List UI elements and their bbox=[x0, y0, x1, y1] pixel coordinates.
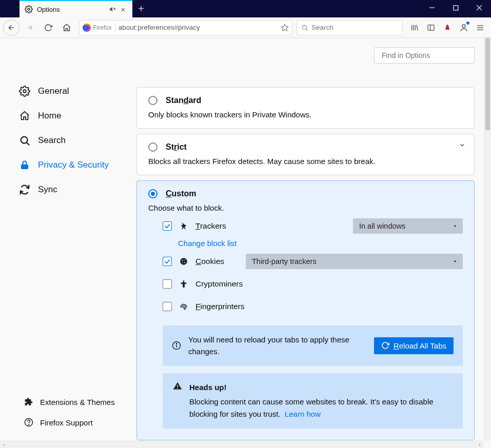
heads-up-warning: Heads up! Blocking content can cause som… bbox=[163, 373, 463, 429]
svg-marker-34 bbox=[454, 261, 457, 262]
identity-label: Firefox bbox=[93, 24, 112, 31]
firefox-icon bbox=[83, 24, 91, 32]
search-input[interactable] bbox=[311, 24, 398, 31]
gear-icon bbox=[18, 85, 31, 97]
find-in-options[interactable] bbox=[374, 47, 475, 64]
notification-icon[interactable] bbox=[440, 19, 455, 36]
sidebar-item-label: Privacy & Security bbox=[38, 160, 109, 170]
checkbox-fingerprinters[interactable] bbox=[163, 302, 172, 311]
svg-rect-36 bbox=[181, 282, 187, 284]
scroll-left-icon[interactable]: ‹ bbox=[1, 442, 7, 447]
sidebar-item-label: General bbox=[38, 86, 69, 96]
new-tab-button[interactable]: + bbox=[132, 0, 150, 17]
svg-point-22 bbox=[23, 90, 26, 93]
minimize-button[interactable] bbox=[420, 0, 444, 15]
svg-line-9 bbox=[306, 29, 308, 30]
radio-custom[interactable] bbox=[148, 189, 158, 198]
option-cookies: Cookies Third-party trackers bbox=[163, 257, 463, 266]
svg-point-29 bbox=[180, 258, 187, 265]
preferences-sidebar: General Home Search Privacy & Security S… bbox=[18, 79, 126, 202]
reload-text: You will need to reload your tabs to app… bbox=[188, 334, 367, 358]
custom-title: Custom bbox=[166, 189, 197, 198]
svg-line-24 bbox=[27, 142, 29, 145]
radio-strict[interactable] bbox=[148, 142, 158, 152]
cookies-select[interactable]: Third-party trackers bbox=[246, 254, 463, 269]
sidebar-item-general[interactable]: General bbox=[18, 79, 126, 104]
library-button[interactable] bbox=[407, 19, 422, 36]
horizontal-scrollbar[interactable]: ‹› bbox=[0, 441, 484, 448]
search-bar[interactable] bbox=[297, 20, 403, 35]
search-icon bbox=[18, 134, 31, 147]
sidebar-item-search[interactable]: Search bbox=[18, 128, 126, 153]
svg-point-16 bbox=[462, 25, 465, 28]
svg-point-27 bbox=[28, 424, 29, 425]
svg-point-30 bbox=[182, 260, 183, 261]
tab-options[interactable]: Options × bbox=[19, 0, 132, 17]
app-menu-button[interactable] bbox=[473, 19, 488, 36]
checkbox-cookies[interactable] bbox=[163, 257, 172, 266]
warning-icon bbox=[173, 381, 182, 420]
sidebar-button[interactable] bbox=[423, 19, 439, 36]
url-bar[interactable]: Firefox about:preferences#privacy bbox=[79, 20, 292, 35]
sidebar-item-sync[interactable]: Sync bbox=[18, 177, 126, 202]
custom-desc: Choose what to block. bbox=[148, 203, 463, 212]
content-area: General Home Search Privacy & Security S… bbox=[0, 38, 491, 448]
cryptominers-label: Cryptominers bbox=[195, 279, 243, 289]
sidebar-item-label: Search bbox=[38, 135, 66, 146]
info-icon bbox=[172, 341, 181, 350]
nav-toolbar: Firefox about:preferences#privacy bbox=[0, 17, 491, 38]
window-close-button[interactable] bbox=[467, 0, 491, 15]
scrollbar-thumb[interactable] bbox=[485, 38, 490, 130]
cryptominer-icon bbox=[179, 279, 188, 289]
learn-how-link[interactable]: Learn how bbox=[285, 410, 321, 418]
vertical-scrollbar[interactable] bbox=[484, 38, 491, 441]
close-icon[interactable]: × bbox=[119, 6, 127, 13]
lock-icon bbox=[18, 159, 31, 171]
trackers-select[interactable]: In all windows bbox=[353, 218, 463, 234]
svg-point-33 bbox=[182, 262, 183, 263]
change-block-list-link[interactable]: Change block list bbox=[178, 239, 237, 248]
trackers-label: Trackers bbox=[195, 221, 226, 231]
tab-title: Options bbox=[37, 6, 109, 13]
protection-strict-card[interactable]: Strict Blocks all trackers Firefox detec… bbox=[136, 134, 475, 175]
reload-all-tabs-button[interactable]: Reload All Tabs bbox=[374, 337, 454, 354]
radio-standard[interactable] bbox=[148, 96, 158, 105]
cookies-label: Cookies bbox=[195, 257, 224, 266]
strict-title: Strict bbox=[166, 142, 187, 152]
sidebar-item-privacy[interactable]: Privacy & Security bbox=[18, 153, 126, 177]
sidebar-item-extensions[interactable]: Extensions & Themes bbox=[24, 392, 115, 412]
protection-standard-card[interactable]: Standard Only blocks known trackers in P… bbox=[136, 87, 475, 129]
back-button[interactable] bbox=[3, 19, 19, 36]
svg-point-32 bbox=[184, 262, 185, 263]
main-panel: Standard Only blocks known trackers in P… bbox=[136, 87, 475, 439]
heads-up-title: Heads up! bbox=[189, 381, 453, 394]
mute-icon[interactable] bbox=[109, 6, 117, 13]
chevron-down-icon[interactable] bbox=[459, 141, 466, 149]
caret-down-icon bbox=[453, 259, 458, 264]
checkbox-cryptominers[interactable] bbox=[163, 279, 172, 289]
home-button[interactable] bbox=[58, 19, 75, 36]
reload-button[interactable] bbox=[40, 19, 56, 36]
svg-rect-42 bbox=[177, 388, 178, 389]
strict-desc: Blocks all trackers Firefox detects. May… bbox=[148, 157, 454, 166]
find-input[interactable] bbox=[382, 51, 472, 59]
account-button[interactable] bbox=[456, 19, 472, 36]
identity-box[interactable]: Firefox bbox=[83, 24, 112, 32]
url-text: about:preferences#privacy bbox=[119, 24, 278, 31]
option-fingerprinters: Fingerprinters bbox=[163, 302, 463, 311]
sidebar-item-label: Home bbox=[38, 111, 61, 121]
svg-rect-41 bbox=[177, 384, 178, 387]
sidebar-item-support[interactable]: Firefox Support bbox=[24, 412, 115, 433]
trackers-icon bbox=[179, 221, 188, 231]
caret-down-icon bbox=[453, 223, 458, 229]
option-trackers: Trackers In all windows bbox=[163, 221, 463, 231]
scroll-right-icon[interactable]: › bbox=[477, 442, 483, 447]
maximize-button[interactable] bbox=[444, 0, 467, 15]
sidebar-item-label: Sync bbox=[38, 185, 57, 195]
reload-info: You will need to reload your tabs to app… bbox=[163, 325, 463, 366]
checkbox-trackers[interactable] bbox=[163, 221, 172, 231]
tab-strip: Options × + bbox=[19, 0, 150, 17]
bookmark-star-icon[interactable] bbox=[281, 24, 289, 32]
window-titlebar: Options × + bbox=[0, 0, 491, 17]
sidebar-item-home[interactable]: Home bbox=[18, 104, 126, 128]
